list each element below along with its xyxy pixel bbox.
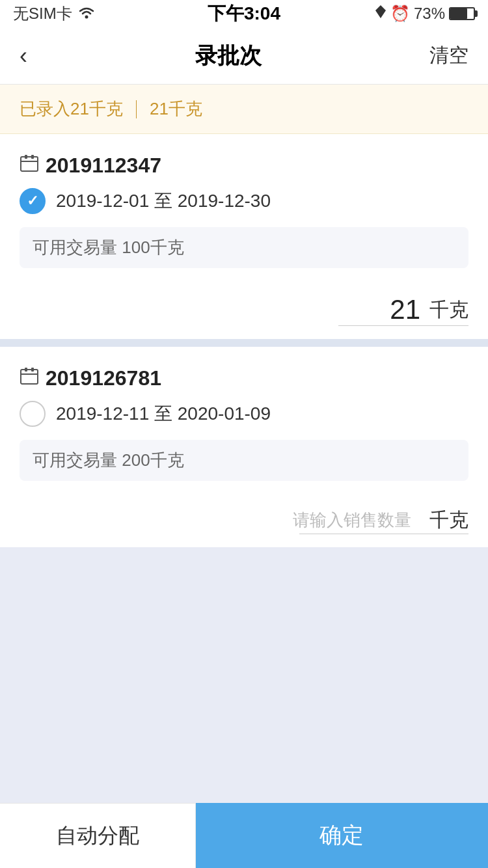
batch-item-1: 2019112347 ✓ 2019-12-01 至 2019-12-30 可用交… [0,134,488,339]
svg-point-0 [85,16,88,19]
page-title: 录批次 [195,41,262,71]
batch2-input-placeholder: 请输入销售数量 [293,509,411,532]
nav-bar: ‹ 录批次 清空 [0,27,488,85]
location-icon [375,5,386,23]
batch1-date-row[interactable]: ✓ 2019-12-01 至 2019-12-30 [20,188,468,214]
battery-icon [449,7,475,20]
batch1-check-icon: ✓ [27,193,38,210]
batch1-qty-wrapper: 21 千克 [0,281,488,325]
batch2-radio[interactable] [20,401,46,427]
batch2-input-line [299,534,468,534]
batch1-qty-line [338,325,468,326]
confirm-button[interactable]: 确定 [196,803,488,868]
back-button[interactable]: ‹ [20,42,27,70]
status-left: 无SIM卡 [13,3,96,24]
batch-item-2: 2019126781 2019-12-11 至 2020-01-09 可用交易量… [0,347,488,547]
summary-label: 已录入21千克 [20,98,123,120]
svg-rect-1 [21,157,38,171]
clear-button[interactable]: 清空 [429,42,468,69]
batch2-avail: 可用交易量 200千克 [33,450,184,470]
batch1-header: 2019112347 [20,154,468,178]
batch1-icon [20,154,39,177]
batch1-qty-number: 21 [390,294,420,325]
batch2-input-row[interactable]: 请输入销售数量 千克 [0,494,488,534]
batch2-date-row[interactable]: 2019-12-11 至 2020-01-09 [20,401,468,427]
status-right: ⏰ 73% [375,5,475,23]
batch2-avail-box: 可用交易量 200千克 [20,440,468,481]
summary-divider [136,100,137,118]
section-divider [0,339,488,347]
batch1-avail-box: 可用交易量 100千克 [20,227,468,268]
batch1-underline-row [0,325,488,339]
svg-rect-6 [25,368,27,372]
empty-area [0,547,488,807]
batch2-number: 2019126781 [46,366,161,390]
alarm-icon: ⏰ [390,5,410,23]
summary-bar: 已录入21千克 21千克 [0,85,488,134]
batch2-icon [20,367,39,390]
wifi-icon [77,5,96,23]
carrier-text: 无SIM卡 [13,3,72,24]
batch2-header: 2019126781 [20,366,468,390]
bottom-bar: 自动分配 确定 [0,803,488,868]
auto-distribute-button[interactable]: 自动分配 [0,803,196,868]
svg-rect-3 [31,155,34,159]
svg-rect-7 [31,368,34,372]
svg-rect-5 [21,370,38,384]
batch1-qty-unit: 千克 [429,297,468,323]
batch2-unit: 千克 [429,507,468,534]
batch1-date: 2019-12-01 至 2019-12-30 [56,189,271,213]
summary-value: 21千克 [150,98,202,120]
batch2-underline-row [0,534,488,547]
batch1-avail: 可用交易量 100千克 [33,237,184,257]
batch1-radio[interactable]: ✓ [20,188,46,214]
status-bar: 无SIM卡 下午3:04 ⏰ 73% [0,0,488,27]
battery-pct: 73% [414,5,445,23]
svg-rect-2 [25,155,27,159]
batch2-date: 2019-12-11 至 2020-01-09 [56,401,271,426]
batch1-number: 2019112347 [46,154,161,178]
status-time: 下午3:04 [208,1,280,26]
